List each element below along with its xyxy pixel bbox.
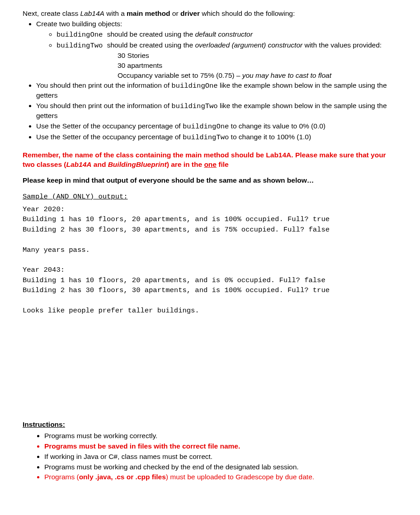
list-item: Programs must be saved in files with the… [44,442,397,451]
text: Create two building objects: [36,20,122,28]
list-item: You should then print out the informatio… [36,101,397,121]
value-line: Occupancy variable set to 75% (0.75) – y… [118,71,397,80]
class-name: BuildingBlueprint [108,161,167,168]
code: buildingTwo [171,102,217,110]
code: buildingOne [171,82,217,90]
warning-paragraph: Remember, the name of the class containi… [23,151,397,170]
list-item: Create two building objects: buildingOne… [36,19,397,80]
main-method: main method [127,9,170,17]
list-item: Use the Setter of the occupancy percenta… [36,132,397,142]
instructions-header: Instructions: [23,420,397,430]
list-item: buildingOne should be created using the … [57,30,397,40]
code: buildingTwo [57,42,107,50]
code: buildingOne [57,31,107,39]
text: to change it to 100% (1.0) [229,133,311,141]
text: should be created using the [107,30,195,38]
sample-output-block: Sample (AND ONLY) output: Year 2020: Bui… [23,192,397,316]
text: with a [104,9,127,17]
text: should be created using the [107,41,195,49]
class-name: Lab14A [66,161,92,168]
text: Programs ( [44,473,79,481]
list-item: Use the Setter of the occupancy percenta… [36,122,397,132]
instructions-list: Programs must be working correctly. Prog… [23,431,397,482]
sub-bullet-list: buildingOne should be created using the … [36,30,397,80]
list-item: Programs must be working correctly. [44,431,397,441]
intro-paragraph: Next, create class Lab14A with a main me… [23,9,397,19]
value-line: 30 Stories [118,51,397,61]
sample-output: Year 2020: Building 1 has 10 floors, 20 … [23,204,397,316]
text: Next, create class [23,9,80,17]
text: Occupancy variable set to 75% (0.75) – [118,71,242,79]
code: buildingOne [183,123,229,131]
keep-note: Please keep in mind that output of every… [23,176,397,185]
text-underline: one [204,161,217,168]
list-item: Programs (only .java, .cs or .cpp files)… [44,472,397,482]
term: default constructor [195,30,253,38]
bullet-list-main: Create two building objects: buildingOne… [23,19,397,142]
text: file [217,161,229,168]
text: You should then print out the informatio… [36,81,171,89]
term: overloaded (argument) constructor [195,41,302,49]
text: and [92,161,108,168]
emph: only .java, .cs or .cpp files [79,473,166,481]
list-item: You should then print out the informatio… [36,81,397,100]
driver: driver [180,9,200,17]
text: which should do the following: [200,9,295,17]
class-name: Lab14A [80,9,104,17]
text: with the values provided: [302,41,382,49]
text: ) must be uploaded to Gradescope by due … [166,473,314,481]
code: buildingTwo [183,133,229,142]
text: You should then print out the informatio… [36,102,171,109]
text: or [170,9,180,17]
text: Use the Setter of the occupancy percenta… [36,133,183,141]
list-item: Programs must be working and checked by … [44,463,397,472]
values-block: 30 Stories 30 apartments Occupancy varia… [57,51,397,80]
sample-header: Sample (AND ONLY) output: [23,193,128,201]
list-item: If working in Java or C#, class names mu… [44,452,397,462]
text: to change its value to 0% (0.0) [229,122,326,130]
note: you may have to cast to float [242,71,331,79]
list-item: buildingTwo should be created using the … [57,41,397,80]
text: Use the Setter of the occupancy percenta… [36,122,183,130]
text: ) are in the [167,161,204,168]
spacer [23,316,397,420]
value-line: 30 apartments [118,61,397,71]
